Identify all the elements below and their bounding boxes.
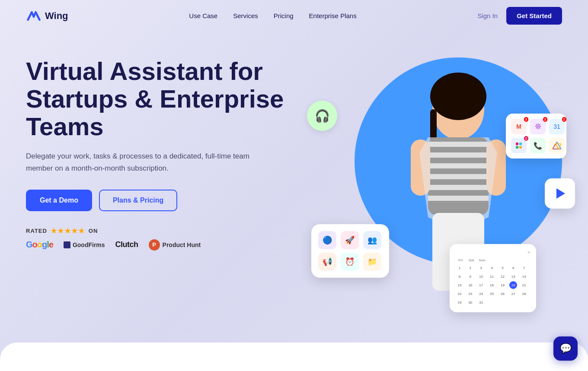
cal-day-24: 24 [477, 290, 485, 298]
rated-on-label: ON [89, 228, 98, 234]
calendar-header: > [456, 250, 530, 255]
cal-day-29: 29 [456, 298, 463, 306]
cal-day-28: 28 [520, 290, 528, 298]
cal-day-27: 27 [509, 290, 517, 298]
hero-buttons: Get a Demo Plans & Pricing [26, 190, 285, 211]
cal-day-11: 11 [488, 273, 496, 280]
producthunt-logo: P Product Hunt [149, 239, 201, 251]
headset-bubble: 🎧 [307, 101, 337, 131]
cal-day-14: 14 [520, 273, 528, 280]
cal-col4 [488, 258, 498, 262]
rated-label: RATED [26, 228, 47, 234]
cal-day-3: 3 [477, 264, 485, 272]
cal-day-4: 4 [488, 264, 496, 272]
apps-card: M 3 ❊ 2 31 2 1 📞 [506, 114, 566, 159]
ph-text: Product Hunt [163, 241, 201, 248]
nav-use-case[interactable]: Use Case [189, 12, 217, 19]
navbar: Wing Use Case Services Pricing Enterpris… [0, 0, 588, 32]
logo-text: Wing [45, 10, 68, 22]
ph-icon: P [149, 239, 160, 251]
hero-section: Virtual Assistant for Startups & Enterpr… [0, 32, 588, 330]
dash-icon-3: 👥 [363, 231, 381, 249]
cal-day-19: 19 [499, 281, 506, 289]
nav-links: Use Case Services Pricing Enterprise Pla… [189, 12, 356, 20]
bottom-section: Trusted by thousands of companies worldw… [0, 368, 588, 371]
cal-day-25: 25 [488, 290, 496, 298]
cal-day-18: 18 [488, 281, 496, 289]
cal-day-7: 7 [520, 264, 528, 272]
phone-icon: 📞 [530, 138, 546, 153]
dash-icon-1: 🔵 [318, 231, 336, 249]
cal-sat: Sat [467, 258, 476, 262]
dash-icon-6: 📁 [363, 253, 381, 271]
cal-col7 [520, 258, 530, 262]
star-icons: ★★★★★ [51, 227, 85, 235]
drive-icon [549, 138, 565, 153]
dash-icon-5: ⏰ [341, 253, 359, 271]
nav-enterprise[interactable]: Enterprise Plans [309, 12, 357, 19]
calendar-day-header: Fri Sat Sun [456, 258, 530, 262]
play-button[interactable] [545, 178, 575, 209]
pricing-button[interactable]: Plans & Pricing [99, 190, 177, 211]
svg-rect-15 [516, 146, 518, 149]
rated-section: RATED ★★★★★ ON Google GoodFirms C [26, 227, 285, 251]
cal-day-30: 30 [467, 298, 474, 306]
cal-col5 [499, 258, 508, 262]
goodfirms-icon [64, 241, 70, 248]
cal-day-12: 12 [499, 273, 506, 280]
cal-day-15: 15 [456, 281, 463, 289]
cal-day-31: 31 [477, 298, 485, 306]
hero-title: Virtual Assistant for Startups & Enterpr… [26, 57, 285, 140]
dash-icon-4: 📢 [318, 253, 336, 271]
cal-day-2: 2 [467, 264, 474, 272]
headset-icon: 🎧 [315, 109, 330, 123]
cal-day-16: 16 [467, 281, 474, 289]
goodfirms-text: GoodFirms [73, 241, 105, 248]
cal-day-20: 20 [509, 281, 517, 289]
calendar-card: > Fri Sat Sun 1 2 3 4 5 6 7 8 9 [450, 244, 536, 312]
hero-left: Virtual Assistant for Startups & Enterpr… [26, 49, 285, 251]
dash-icon-2: 🚀 [341, 231, 359, 249]
get-started-button[interactable]: Get Started [506, 7, 562, 25]
dashboard-grid: 🔵 🚀 👥 📢 ⏰ 📁 [318, 231, 382, 271]
calendar-days: 1 2 3 4 5 6 7 8 9 10 11 12 13 14 15 16 1… [456, 264, 530, 306]
cal-fri: Fri [456, 258, 466, 262]
cal-day-9: 9 [467, 273, 474, 280]
signin-link[interactable]: Sign In [477, 12, 498, 19]
cal-day-8: 8 [456, 273, 463, 280]
partners-row: Google GoodFirms Clutch P Product Hunt [26, 239, 285, 251]
hero-right: 🎧 [303, 49, 562, 330]
rated-row: RATED ★★★★★ ON [26, 227, 285, 235]
logo[interactable]: Wing [26, 8, 68, 24]
demo-button[interactable]: Get a Demo [26, 190, 92, 211]
cal-day-1: 1 [456, 264, 463, 272]
cal-day-26: 26 [499, 290, 506, 298]
chat-button[interactable]: 💬 [553, 336, 578, 361]
svg-point-1 [430, 73, 486, 120]
cal-day-10: 10 [477, 273, 485, 280]
nav-services[interactable]: Services [233, 12, 258, 19]
snowflake-icon: ❊ 2 [530, 119, 546, 134]
cal-col6 [509, 258, 519, 262]
play-triangle-icon [556, 188, 565, 199]
nav-pricing[interactable]: Pricing [274, 12, 294, 19]
cal-day-6: 6 [509, 264, 517, 272]
cal-day-17: 17 [477, 281, 485, 289]
gmail-icon: M 3 [511, 119, 527, 134]
svg-rect-13 [516, 143, 518, 145]
cal-day-5: 5 [499, 264, 506, 272]
dashboard-card: 🔵 🚀 👥 📢 ⏰ 📁 [311, 224, 389, 278]
cal-sun: Sun [477, 258, 487, 262]
cal-day-21: 21 [520, 281, 528, 289]
hero-subtitle: Delegate your work, tasks & processes to… [26, 150, 251, 174]
cal-day-13: 13 [509, 273, 517, 280]
calendar-icon: 31 2 [549, 119, 565, 134]
slack-icon: 1 [511, 138, 527, 153]
nav-right: Sign In Get Started [477, 7, 562, 25]
google-logo: Google [26, 240, 53, 250]
svg-rect-16 [519, 146, 522, 149]
chat-icon: 💬 [560, 343, 572, 354]
clutch-logo: Clutch [115, 240, 138, 249]
cal-day-23: 23 [467, 290, 474, 298]
cal-day-22: 22 [456, 290, 463, 298]
